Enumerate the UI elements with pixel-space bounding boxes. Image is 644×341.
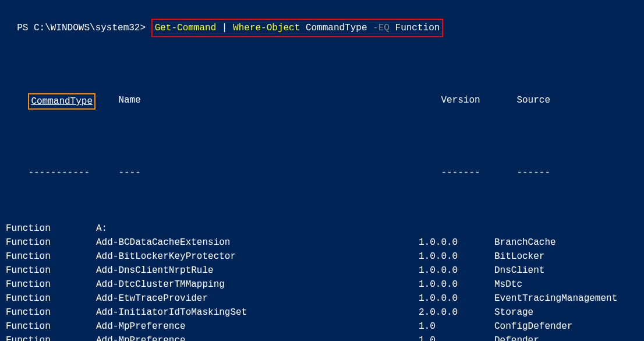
- header-version: Version: [441, 93, 516, 107]
- cell-commandtype: Function: [6, 305, 96, 319]
- arg-function: Function: [390, 23, 440, 33]
- table-separator-row: ----------------------------: [6, 152, 638, 194]
- cell-source: BitLocker: [494, 249, 544, 263]
- sep-source: ------: [516, 166, 550, 180]
- cell-source: ConfigDefender: [494, 319, 572, 333]
- table-row: FunctionAdd-EtwTraceProvider1.0.0.0Event…: [6, 291, 638, 305]
- arg-commandtype: CommandType: [300, 23, 373, 33]
- command-highlight-box: Get-Command | Where-Object CommandType -…: [151, 19, 444, 37]
- pipe-operator: |: [216, 23, 233, 33]
- table-header-row: CommandTypeNameVersionSource: [6, 79, 638, 124]
- header-source: Source: [516, 93, 550, 107]
- cell-version: 2.0.0.0: [419, 305, 494, 319]
- cell-commandtype: Function: [6, 333, 96, 341]
- prompt-line[interactable]: PS C:\WINDOWS\system32> Get-Command | Wh…: [6, 5, 638, 37]
- sep-type: -----------: [28, 166, 118, 180]
- cell-version: 1.0: [419, 319, 494, 333]
- cell-name: Add-EtwTraceProvider: [96, 291, 419, 305]
- cmdlet-getcommand: Get-Command: [155, 23, 217, 33]
- table-row: FunctionAdd-InitiatorIdToMaskingSet2.0.0…: [6, 305, 638, 319]
- cell-name: Add-MpPreference: [96, 333, 419, 341]
- cell-commandtype: Function: [6, 291, 96, 305]
- cell-source: BranchCache: [494, 235, 556, 249]
- table-row: FunctionAdd-DnsClientNrptRule1.0.0.0DnsC…: [6, 263, 638, 277]
- cell-commandtype: Function: [6, 249, 96, 263]
- header-commandtype: CommandType: [28, 93, 118, 110]
- cell-version: 1.0.0.0: [419, 235, 494, 249]
- cell-name: Add-BCDataCacheExtension: [96, 235, 419, 249]
- table-row: FunctionAdd-MpPreference1.0ConfigDefende…: [6, 319, 638, 333]
- cell-name: Add-BitLockerKeyProtector: [96, 249, 419, 263]
- cell-commandtype: Function: [6, 277, 96, 291]
- cell-commandtype: Function: [6, 319, 96, 333]
- cell-commandtype: Function: [6, 222, 96, 235]
- cell-name: Add-DnsClientNrptRule: [96, 263, 419, 277]
- cell-source: MsDtc: [494, 277, 522, 291]
- operator-eq: -EQ: [373, 23, 390, 33]
- header-name: Name: [118, 93, 441, 107]
- cell-name: A:: [96, 222, 419, 235]
- cell-source: Storage: [494, 305, 533, 319]
- cell-source: EventTracingManagement: [494, 291, 617, 305]
- cell-name: Add-MpPreference: [96, 319, 419, 333]
- table-row: FunctionAdd-BCDataCacheExtension1.0.0.0B…: [6, 235, 638, 249]
- cell-name: Add-DtcClusterTMMapping: [96, 277, 419, 291]
- output-table: CommandTypeNameVersionSource -----------…: [6, 51, 638, 341]
- table-row: FunctionAdd-DtcClusterTMMapping1.0.0.0Ms…: [6, 277, 638, 291]
- cell-commandtype: Function: [6, 263, 96, 277]
- prompt-prefix: PS C:\WINDOWS\system32>: [17, 23, 151, 33]
- cell-source: Defender: [494, 333, 539, 341]
- table-row: FunctionAdd-MpPreference1.0Defender: [6, 333, 638, 341]
- cell-commandtype: Function: [6, 235, 96, 249]
- table-row: FunctionA:: [6, 222, 638, 235]
- cell-name: Add-InitiatorIdToMaskingSet: [96, 305, 419, 319]
- cell-source: DnsClient: [494, 263, 544, 277]
- cell-version: 1.0.0.0: [419, 249, 494, 263]
- table-row: FunctionAdd-BitLockerKeyProtector1.0.0.0…: [6, 249, 638, 263]
- cell-version: 1.0.0.0: [419, 291, 494, 305]
- cell-version: 1.0.0.0: [419, 277, 494, 291]
- sep-version: -------: [441, 166, 516, 180]
- cell-version: 1.0: [419, 333, 494, 341]
- sep-name: ----: [118, 166, 441, 180]
- cell-version: 1.0.0.0: [419, 263, 494, 277]
- cmdlet-whereobject: Where-Object: [233, 23, 300, 33]
